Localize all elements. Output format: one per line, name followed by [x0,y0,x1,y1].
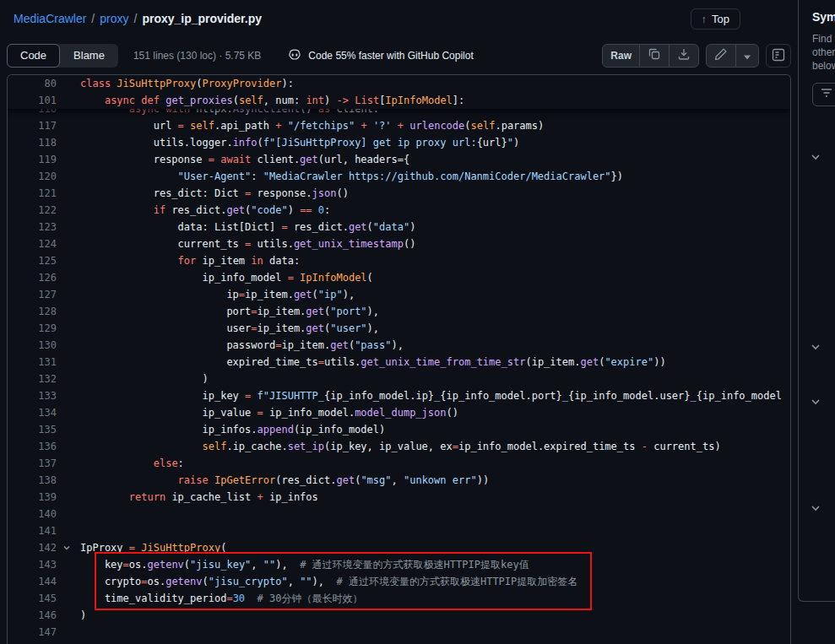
symbols-panel: Symbols Find other below [798,0,835,602]
code-line: 141 [8,522,790,539]
code-line: 124 current_ts = utils.get_unix_timestam… [8,235,790,252]
code-line: 142IpProxy = JiSuHttpProxy( [8,539,790,556]
code-text: IpProxy = JiSuHttpProxy( [57,539,790,556]
line-number[interactable]: 142 [8,539,57,556]
line-number[interactable]: 123 [8,219,57,235]
line-number[interactable]: 118 [8,134,57,151]
line-number[interactable]: 144 [8,573,57,590]
line-number[interactable]: 138 [8,472,57,489]
code-blame-segmented-control: Code Blame [7,44,118,68]
line-number[interactable]: 129 [8,320,57,337]
code-line: 143 key=os.getenv("jisu_key", ""), # 通过环… [8,556,790,573]
symbols-filter-input[interactable] [812,83,835,106]
breadcrumb-repo-link[interactable]: MediaCrawler [14,12,86,25]
top-button-label: Top [712,13,729,25]
line-number[interactable]: 133 [8,387,57,404]
code-text: async def get_proxies(self, num: int) ->… [57,92,790,109]
code-line: 132 ) [8,371,790,387]
code-text: ip_info_model = IpInfoModel( [57,269,790,286]
edit-dropdown-button[interactable] [735,45,758,67]
filter-icon [820,86,833,103]
line-number[interactable]: 134 [8,404,57,421]
breadcrumb-folder-link[interactable]: proxy [100,12,128,25]
line-number[interactable]: 141 [8,522,57,539]
symbol-group-chevron-down-icon[interactable] [809,150,822,164]
line-number[interactable]: 121 [8,185,57,202]
line-number[interactable]: 136 [8,438,57,455]
tab-code[interactable]: Code [7,44,60,68]
breadcrumb-separator: / [133,12,137,25]
line-number[interactable]: 125 [8,252,57,269]
code-line: 140 [8,506,790,522]
line-number[interactable]: 147 [8,624,57,641]
edit-button[interactable] [707,45,735,67]
line-number[interactable]: 119 [8,151,57,168]
download-button[interactable] [669,45,698,67]
line-number[interactable]: 126 [8,269,57,286]
code-text: else: [57,455,790,472]
line-number[interactable]: 135 [8,421,57,438]
breadcrumb-separator: / [91,12,95,25]
raw-copy-download-group: Raw [602,44,699,68]
github-file-page: MediaCrawler / proxy / proxy_ip_provider… [0,0,835,644]
code-text: ) [57,607,790,624]
code-line: 80class JiSuHttpProxy(ProxyProvider): [8,75,790,92]
code-text [57,624,790,641]
code-lines: 116 async with httpx.AsyncClient() as cl… [8,75,790,641]
sticky-context-lines: 80class JiSuHttpProxy(ProxyProvider):101… [8,75,790,109]
code-text: crypto=os.getenv("jisu_crypto", ""), # 通… [57,573,790,590]
line-number[interactable]: 128 [8,303,57,320]
copilot-banner[interactable]: Code 55% faster with GitHub Copilot [288,48,473,64]
copy-button[interactable] [639,45,669,67]
symbol-group-chevron-down-icon[interactable] [809,340,822,354]
line-number[interactable]: 131 [8,354,57,371]
symbols-panel-toggle-button[interactable] [766,44,791,68]
line-number[interactable]: 130 [8,337,57,354]
code-text: if res_dict.get("code") == 0: [57,202,790,219]
code-text: port=ip_item.get("port"), [57,303,790,320]
code-line: 126 ip_info_model = IpInfoModel( [8,269,790,286]
line-number[interactable]: 139 [8,489,57,506]
code-line: 118 utils.logger.info(f"[JiSuHttpProxy] … [8,134,790,151]
symbols-outline-icon [772,48,785,64]
symbol-group-chevron-down-icon[interactable] [809,395,822,409]
line-number[interactable]: 127 [8,286,57,303]
line-number[interactable]: 143 [8,556,57,573]
file-actions: Raw [602,44,791,68]
file-toolbar: Code Blame 151 lines (130 loc) · 5.75 KB… [0,37,798,74]
code-line: 138 raise IpGetError(res_dict.get("msg",… [8,472,790,489]
line-number[interactable]: 117 [8,117,57,134]
code-line: 123 data: List[Dict] = res_dict.get("dat… [8,219,790,235]
breadcrumb: MediaCrawler / proxy / proxy_ip_provider… [0,0,798,37]
line-number[interactable]: 124 [8,235,57,252]
line-number[interactable]: 132 [8,371,57,387]
symbol-group-chevron-down-icon[interactable] [809,501,822,515]
raw-button[interactable]: Raw [603,45,639,67]
code-text: current_ts = utils.get_unix_timestamp() [57,235,790,252]
code-line: 121 res_dict: Dict = response.json() [8,185,790,202]
line-number[interactable]: 146 [8,607,57,624]
line-number[interactable]: 137 [8,455,57,472]
code-text: res_dict: Dict = response.json() [57,185,790,202]
collapse-chevron-icon[interactable] [60,541,73,555]
line-number[interactable]: 145 [8,590,57,607]
copilot-icon [288,48,301,64]
code-line: 133 ip_key = f"JISUHTTP_{ip_info_model.i… [8,387,790,404]
back-to-top-button[interactable]: ↑ Top [691,8,740,30]
line-number[interactable]: 80 [8,75,57,92]
code-text: user=ip_item.get("user"), [57,320,790,337]
line-number[interactable]: 140 [8,506,57,522]
code-text: ip_key = f"JISUHTTP_{ip_info_model.ip}_{… [57,387,790,404]
line-number[interactable]: 122 [8,202,57,219]
tab-blame[interactable]: Blame [60,44,118,68]
symbols-desc-line: below [812,59,835,73]
up-arrow-icon: ↑ [702,13,708,25]
copilot-banner-text: Code 55% faster with GitHub Copilot [308,50,473,62]
line-number[interactable]: 101 [8,92,57,109]
code-text: for ip_item in data: [57,252,790,269]
code-line: 120 "User-Agent": "MediaCrawler https://… [8,168,790,185]
code-line: 131 expired_time_ts=utils.get_unix_time_… [8,354,790,371]
line-number[interactable]: 120 [8,168,57,185]
raw-button-label: Raw [610,50,632,62]
symbols-panel-description: Find other below [812,32,835,73]
